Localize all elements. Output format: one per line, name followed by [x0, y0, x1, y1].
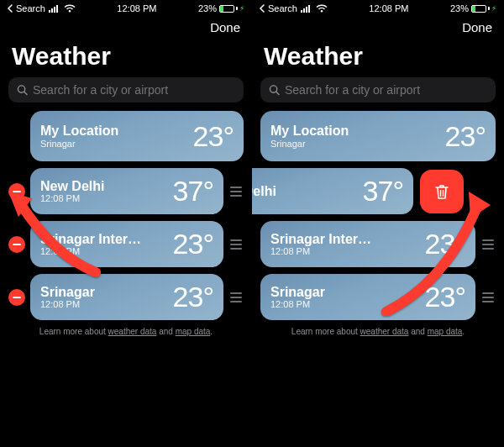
search-input[interactable]	[285, 83, 487, 97]
city-sub: 12:08 PM	[270, 299, 325, 309]
status-back-label[interactable]: Search	[16, 3, 45, 13]
city-name: Srinagar	[40, 285, 95, 300]
weather-card[interactable]: Srinagar 12:08 PM 23°	[260, 274, 475, 320]
city-name: Srinagar	[270, 285, 325, 300]
battery-percent: 23%	[198, 3, 217, 13]
city-row[interactable]: Srinagar Inter… 12:08 PM 23°	[260, 221, 496, 267]
done-button[interactable]: Done	[462, 20, 492, 34]
city-name: Srinagar Inter…	[40, 232, 141, 247]
svg-rect-0	[49, 10, 50, 13]
svg-rect-8	[301, 10, 302, 13]
map-data-link[interactable]: map data	[176, 327, 211, 336]
temperature: 23°	[425, 228, 465, 260]
temperature: 23°	[193, 120, 234, 153]
search-field[interactable]	[8, 77, 244, 103]
weather-card[interactable]: Srinagar Inter… 12:08 PM 23°	[30, 221, 223, 267]
status-time: 12:08 PM	[369, 3, 408, 13]
city-sub: 12:08 PM	[40, 193, 104, 203]
reorder-handle[interactable]	[228, 239, 244, 250]
learn-more-footer: Learn more about weather data and map da…	[252, 327, 504, 336]
city-row-my-location[interactable]: My Location Srinagar 23°	[8, 111, 244, 161]
chevron-left-icon	[259, 4, 265, 13]
weather-data-link[interactable]: weather data	[108, 327, 157, 336]
temperature: 23°	[173, 281, 213, 313]
city-name: New Delhi	[40, 179, 104, 194]
city-name: My Location	[270, 124, 349, 139]
city-name: ew Delhi	[252, 184, 276, 199]
search-input[interactable]	[33, 83, 235, 97]
temperature: 23°	[425, 281, 465, 313]
svg-rect-10	[306, 7, 307, 13]
search-icon	[17, 84, 28, 96]
wifi-icon	[64, 4, 76, 13]
chevron-left-icon	[7, 4, 13, 13]
remove-city-button[interactable]	[8, 183, 25, 200]
svg-line-6	[24, 92, 27, 94]
trash-icon	[433, 182, 450, 201]
status-time: 12:08 PM	[117, 3, 156, 13]
remove-city-button[interactable]	[8, 289, 25, 306]
screenshot-right: Search 12:08 PM 23% ⚡︎ Done Weather	[252, 0, 504, 447]
weather-data-link[interactable]: weather data	[360, 327, 409, 336]
status-bar: Search 12:08 PM 23% ⚡︎	[252, 0, 504, 15]
svg-rect-9	[303, 8, 305, 13]
screenshot-left: Search 12:08 PM 23% ⚡︎ Done Weather	[0, 0, 252, 447]
weather-card[interactable]: Srinagar Inter… 12:08 PM 23°	[260, 221, 475, 267]
city-row[interactable]: Srinagar 12:08 PM 23°	[8, 274, 244, 320]
weather-card[interactable]: ew Delhi 37°	[252, 168, 413, 214]
city-sub: 12:08 PM	[40, 299, 95, 309]
charging-icon: ⚡︎	[491, 4, 496, 13]
temperature: 23°	[173, 228, 213, 260]
city-sub: 12:08 PM	[270, 246, 371, 256]
weather-card[interactable]: Srinagar 12:08 PM 23°	[30, 274, 223, 320]
search-icon	[269, 84, 280, 96]
city-sub: Srinagar	[40, 139, 118, 149]
weather-card[interactable]: My Location Srinagar 23°	[260, 111, 496, 161]
page-title: Weather	[252, 40, 504, 77]
done-button[interactable]: Done	[210, 20, 240, 34]
status-back-label[interactable]: Search	[268, 3, 297, 13]
svg-rect-11	[308, 5, 310, 13]
reorder-handle[interactable]	[228, 292, 244, 302]
city-name: Srinagar Inter…	[270, 232, 371, 247]
svg-rect-3	[56, 5, 58, 13]
city-sub: Srinagar	[270, 139, 349, 149]
search-field[interactable]	[260, 77, 496, 103]
map-data-link[interactable]: map data	[428, 327, 463, 336]
reorder-handle[interactable]	[480, 292, 496, 302]
city-row[interactable]: Srinagar Inter… 12:08 PM 23°	[8, 221, 244, 267]
battery-icon	[219, 5, 238, 13]
weather-card[interactable]: New Delhi 12:08 PM 37°	[30, 168, 223, 214]
city-name: My Location	[40, 124, 118, 139]
city-row[interactable]: Srinagar 12:08 PM 23°	[260, 274, 496, 320]
temperature: 37°	[173, 175, 213, 208]
learn-more-footer: Learn more about weather data and map da…	[0, 327, 252, 336]
svg-line-14	[276, 92, 279, 94]
svg-rect-1	[51, 8, 53, 13]
delete-button[interactable]	[420, 170, 464, 213]
battery-percent: 23%	[450, 3, 469, 13]
remove-city-button[interactable]	[8, 236, 25, 253]
reorder-handle[interactable]	[480, 239, 496, 250]
wifi-icon	[316, 4, 328, 13]
temperature: 23°	[445, 120, 486, 153]
city-row-my-location[interactable]: My Location Srinagar 23°	[260, 111, 496, 161]
city-sub: 12:08 PM	[40, 246, 141, 256]
battery-icon	[471, 5, 490, 13]
svg-point-4	[69, 10, 71, 12]
svg-rect-2	[54, 7, 55, 13]
city-list: My Location Srinagar 23° New Delhi 12:08…	[0, 111, 252, 320]
charging-icon: ⚡︎	[239, 4, 244, 13]
temperature: 37°	[363, 175, 403, 208]
reorder-handle[interactable]	[228, 187, 244, 197]
svg-point-12	[321, 10, 323, 12]
status-bar: Search 12:08 PM 23% ⚡︎	[0, 0, 252, 15]
signal-icon	[49, 4, 60, 13]
weather-card[interactable]: My Location Srinagar 23°	[30, 111, 244, 161]
city-row-swiped[interactable]: ew Delhi 37°	[252, 168, 496, 214]
signal-icon	[301, 4, 312, 13]
city-list: My Location Srinagar 23° ew Delhi 37°	[252, 111, 504, 320]
city-row[interactable]: New Delhi 12:08 PM 37°	[8, 168, 244, 214]
page-title: Weather	[0, 40, 252, 77]
